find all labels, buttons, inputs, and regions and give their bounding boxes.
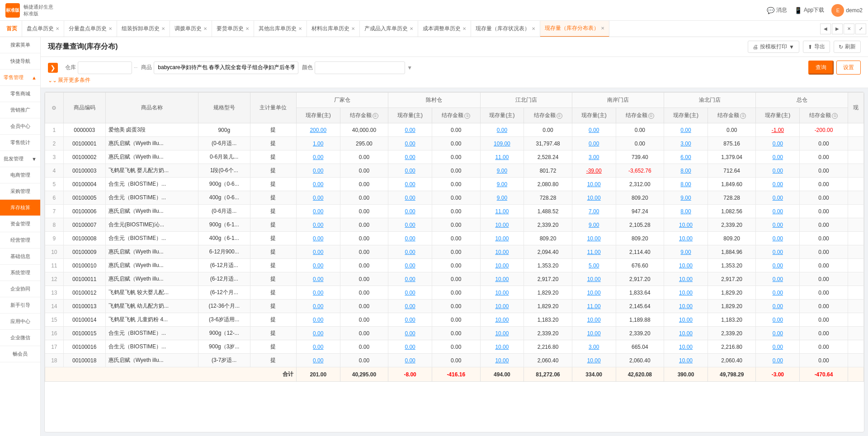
zc-qty[interactable]: 0.00 bbox=[756, 232, 800, 245]
tab-stock-status[interactable]: 现存量（库存状况表） ✕ bbox=[471, 21, 540, 37]
cc-qty[interactable]: 0.00 bbox=[388, 137, 432, 150]
close-icon[interactable]: ✕ bbox=[245, 26, 249, 31]
tab-product-inbound[interactable]: 产成品入库单历史 ✕ bbox=[360, 21, 418, 37]
cy-qty[interactable]: 0.00 bbox=[296, 232, 340, 245]
cc-qty[interactable]: 0.00 bbox=[388, 123, 432, 137]
close-icon[interactable]: ✕ bbox=[462, 26, 466, 31]
tab-material-outbound[interactable]: 材料出库单历史 ✕ bbox=[307, 21, 360, 37]
zc-qty[interactable]: 0.00 bbox=[756, 259, 800, 272]
cc-qty[interactable]: 0.00 bbox=[388, 218, 432, 232]
na-qty[interactable]: 10.00 bbox=[572, 178, 616, 191]
sidebar-item-wechat[interactable]: 企业微信 bbox=[0, 330, 40, 346]
zc-qty[interactable]: -1.00 bbox=[756, 123, 800, 137]
yb-qty[interactable]: 10.00 bbox=[664, 300, 708, 313]
close-icon[interactable]: ✕ bbox=[161, 26, 165, 31]
zc-qty[interactable]: 0.00 bbox=[756, 178, 800, 191]
jb-qty[interactable]: 0.00 bbox=[480, 123, 524, 137]
jb-qty[interactable]: 10.00 bbox=[480, 232, 524, 245]
jb-qty[interactable]: 11.00 bbox=[480, 150, 524, 164]
product-input[interactable] bbox=[154, 61, 298, 74]
na-qty[interactable]: -39.00 bbox=[572, 164, 616, 178]
cc-qty[interactable]: 0.00 bbox=[388, 245, 432, 259]
close-icon[interactable]: ✕ bbox=[601, 26, 604, 31]
zc-qty[interactable]: 0.00 bbox=[756, 272, 800, 286]
cy-qty[interactable]: 0.00 bbox=[296, 300, 340, 313]
zc-qty[interactable]: 0.00 bbox=[756, 354, 800, 367]
tab-home[interactable]: 首页 bbox=[2, 21, 22, 37]
sidebar-item-retail-stats[interactable]: 零售统计 bbox=[0, 135, 40, 151]
zc-qty[interactable]: 0.00 bbox=[756, 340, 800, 354]
yb-qty[interactable]: 8.00 bbox=[664, 178, 708, 191]
jb-qty[interactable]: 10.00 bbox=[480, 313, 524, 327]
cy-qty[interactable]: 0.00 bbox=[296, 313, 340, 327]
jb-qty[interactable]: 9.00 bbox=[480, 191, 524, 205]
yb-qty[interactable]: 10.00 bbox=[664, 286, 708, 300]
yb-qty[interactable]: 9.00 bbox=[664, 245, 708, 259]
cc-qty[interactable]: 0.00 bbox=[388, 313, 432, 327]
color-dropdown-icon[interactable]: ▼ bbox=[407, 65, 412, 71]
close-icon[interactable]: ✕ bbox=[298, 26, 302, 31]
jb-qty[interactable]: 9.00 bbox=[480, 178, 524, 191]
app-download-btn[interactable]: 📱 App下载 bbox=[794, 6, 824, 14]
cy-qty[interactable]: 0.00 bbox=[296, 286, 340, 300]
jb-qty[interactable]: 10.00 bbox=[480, 245, 524, 259]
jb-qty[interactable]: 10.00 bbox=[480, 340, 524, 354]
cy-qty[interactable]: 0.00 bbox=[296, 272, 340, 286]
cc-qty[interactable]: 0.00 bbox=[388, 259, 432, 272]
sidebar-item-system[interactable]: 系统管理 bbox=[0, 265, 40, 281]
export-btn[interactable]: ⬆ 导出 bbox=[803, 41, 830, 53]
tab-order-history[interactable]: 要货单历史 ✕ bbox=[212, 21, 254, 37]
jb-qty[interactable]: 10.00 bbox=[480, 354, 524, 367]
yb-qty[interactable]: 6.00 bbox=[664, 150, 708, 164]
yb-qty[interactable]: 8.00 bbox=[664, 205, 708, 218]
cy-qty[interactable]: 0.00 bbox=[296, 150, 340, 164]
cy-qty[interactable]: 0.00 bbox=[296, 178, 340, 191]
info-icon[interactable]: ① bbox=[832, 113, 838, 119]
close-icon[interactable]: ✕ bbox=[410, 26, 413, 31]
na-qty[interactable]: 0.00 bbox=[572, 123, 616, 137]
close-icon[interactable]: ✕ bbox=[108, 26, 112, 31]
cc-qty[interactable]: 0.00 bbox=[388, 205, 432, 218]
na-qty[interactable]: 10.00 bbox=[572, 313, 616, 327]
yb-qty[interactable]: 10.00 bbox=[664, 313, 708, 327]
yb-qty[interactable]: 10.00 bbox=[664, 259, 708, 272]
cc-qty[interactable]: 0.00 bbox=[388, 286, 432, 300]
yb-qty[interactable]: 10.00 bbox=[664, 218, 708, 232]
jb-qty[interactable]: 10.00 bbox=[480, 300, 524, 313]
na-qty[interactable]: 9.00 bbox=[572, 218, 616, 232]
zc-qty[interactable]: 0.00 bbox=[756, 286, 800, 300]
close-icon[interactable]: ✕ bbox=[351, 26, 355, 31]
jb-qty[interactable]: 9.00 bbox=[480, 164, 524, 178]
cy-qty[interactable]: 0.00 bbox=[296, 164, 340, 178]
info-icon[interactable]: ① bbox=[557, 113, 562, 119]
na-qty[interactable]: 0.00 bbox=[572, 137, 616, 150]
warehouse-more[interactable]: ··· bbox=[134, 65, 137, 70]
sidebar-item-apps[interactable]: 应用中心 bbox=[0, 314, 40, 330]
cy-qty[interactable]: 0.00 bbox=[296, 218, 340, 232]
jb-qty[interactable]: 10.00 bbox=[480, 286, 524, 300]
close-icon[interactable]: ✕ bbox=[203, 26, 207, 31]
sidebar-item-ops[interactable]: 经营管理 bbox=[0, 232, 40, 248]
jb-qty[interactable]: 10.00 bbox=[480, 272, 524, 286]
data-table-container[interactable]: ⚙ 商品编码 商品名称 规格型号 主计量单位 厂家仓 陈村仓 江北门店 南岸门店… bbox=[44, 92, 864, 432]
sidebar-item-search[interactable]: 搜索英单 bbox=[0, 37, 40, 53]
info-icon[interactable]: ① bbox=[740, 113, 746, 119]
tab-fraction-history[interactable]: 分量盘点单历史 ✕ bbox=[64, 21, 117, 37]
info-icon[interactable]: ① bbox=[648, 113, 654, 119]
sidebar-item-ecommerce[interactable]: 电商管理 bbox=[0, 167, 40, 183]
cc-qty[interactable]: 0.00 bbox=[388, 300, 432, 313]
cy-qty[interactable]: 0.00 bbox=[296, 340, 340, 354]
tab-stock-distribution[interactable]: 现存量（库存分布表） ✕ bbox=[540, 21, 609, 37]
na-qty[interactable]: 10.00 bbox=[572, 327, 616, 340]
cc-qty[interactable]: 0.00 bbox=[388, 178, 432, 191]
na-qty[interactable]: 11.00 bbox=[572, 245, 616, 259]
tab-transfer-history[interactable]: 调拨单历史 ✕ bbox=[170, 21, 212, 37]
zc-qty[interactable]: 0.00 bbox=[756, 245, 800, 259]
sidebar-item-guide[interactable]: 新手引导 bbox=[0, 297, 40, 314]
sidebar-item-finance[interactable]: 资金管理 bbox=[0, 216, 40, 232]
setting-btn[interactable]: 设置 bbox=[836, 61, 861, 75]
na-qty[interactable]: 10.00 bbox=[572, 272, 616, 286]
col-gear[interactable]: ⚙ bbox=[45, 93, 64, 123]
cy-qty[interactable]: 0.00 bbox=[296, 191, 340, 205]
zc-qty[interactable]: 0.00 bbox=[756, 137, 800, 150]
